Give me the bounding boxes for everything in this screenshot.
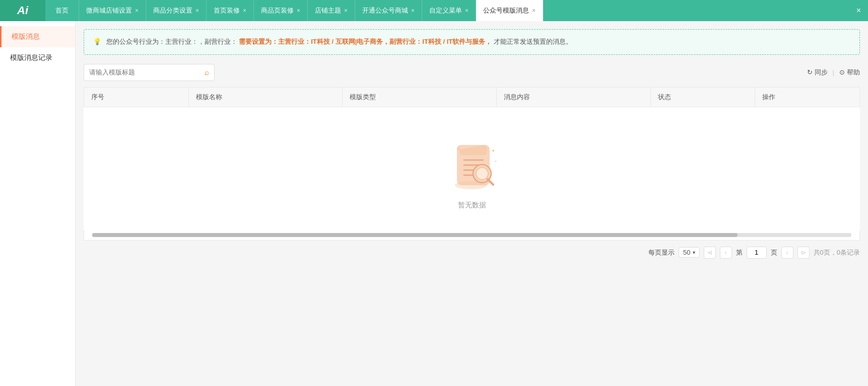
tab-template-msg[interactable]: 公众号模版消息 × bbox=[476, 0, 543, 21]
tab-shop-setting[interactable]: 微商城店铺设置 × bbox=[79, 0, 146, 21]
sync-button[interactable]: ↻ 同步 bbox=[807, 68, 828, 77]
pagination: 每页显示 50 ▾ ⊲ ‹ 第 页 › ⊳ 共0页，0条记录 bbox=[84, 241, 860, 261]
alert-box: 💡 您的公众号行业为：主营行业：，副营行业： 需要设置为：主营行业：IT科技 /… bbox=[84, 29, 860, 55]
help-icon: ⊙ bbox=[839, 68, 845, 76]
sync-label: 同步 bbox=[815, 68, 828, 77]
tab-product-decor[interactable]: 商品页装修 × bbox=[254, 0, 308, 21]
tab-close-product-decor[interactable]: × bbox=[297, 7, 300, 14]
col-header-type: 模版类型 bbox=[343, 87, 497, 107]
sync-icon: ↻ bbox=[807, 68, 813, 76]
empty-illustration: ✦ ✦ bbox=[442, 137, 502, 193]
empty-state: ✦ ✦ 暂无数据 bbox=[84, 107, 860, 230]
col-header-status: 状态 bbox=[650, 87, 755, 107]
first-page-button[interactable]: ⊲ bbox=[704, 247, 716, 259]
content-area: 💡 您的公众号行业为：主营行业：，副营行业： 需要设置为：主营行业：IT科技 /… bbox=[76, 21, 868, 386]
tab-close-homepage-decor[interactable]: × bbox=[243, 7, 246, 14]
close-all-button[interactable]: × bbox=[849, 6, 868, 15]
last-page-button[interactable]: ⊳ bbox=[797, 247, 810, 259]
tab-close-custom-menu[interactable]: × bbox=[465, 7, 469, 14]
sidebar-item-template-records[interactable]: 模版消息记录 bbox=[0, 47, 75, 68]
tab-home[interactable]: 首页 bbox=[45, 0, 79, 21]
top-nav: Ai 首页微商城店铺设置 ×商品分类设置 ×首页装修 ×商品页装修 ×店铺主题 … bbox=[0, 0, 868, 21]
svg-point-6 bbox=[476, 168, 488, 180]
page-size-value: 50 bbox=[683, 249, 690, 256]
tab-store-theme[interactable]: 店铺主题 × bbox=[308, 0, 355, 21]
search-icon[interactable]: ⌕ bbox=[205, 68, 209, 76]
data-table: 序号模版名称模版类型消息内容状态操作 bbox=[84, 87, 860, 230]
page-number-input[interactable] bbox=[747, 247, 767, 259]
search-actions: ↻ 同步 | ⊙ 帮助 bbox=[807, 68, 860, 77]
tab-close-shop-setting[interactable]: × bbox=[135, 7, 139, 14]
page-label-before: 第 bbox=[736, 248, 743, 257]
table-head: 序号模版名称模版类型消息内容状态操作 bbox=[84, 87, 860, 107]
alert-suffix: 才能正常发送预置的消息。 bbox=[494, 38, 572, 45]
alert-icon: 💡 bbox=[93, 38, 101, 45]
col-header-index: 序号 bbox=[84, 87, 189, 107]
svg-text:✦: ✦ bbox=[494, 160, 497, 163]
help-label: 帮助 bbox=[847, 68, 860, 77]
page-label-after: 页 bbox=[771, 248, 777, 257]
svg-text:✦: ✦ bbox=[491, 148, 495, 153]
divider: | bbox=[833, 68, 834, 76]
tab-close-template-msg[interactable]: × bbox=[532, 7, 536, 14]
per-page-label: 每页显示 bbox=[648, 248, 675, 257]
scrollbar-track[interactable] bbox=[92, 233, 851, 237]
table-body: ✦ ✦ 暂无数据 bbox=[84, 107, 860, 230]
tab-category-setting[interactable]: 商品分类设置 × bbox=[146, 0, 207, 21]
total-info: 共0页，0条记录 bbox=[814, 248, 860, 257]
tab-custom-menu[interactable]: 自定义菜单 × bbox=[422, 0, 476, 21]
tab-close-category-setting[interactable]: × bbox=[195, 7, 199, 14]
dropdown-icon: ▾ bbox=[693, 250, 695, 255]
sidebar: 模版消息模版消息记录 bbox=[0, 21, 76, 386]
search-input-wrap[interactable]: ⌕ bbox=[84, 64, 215, 81]
alert-highlight: 需要设置为：主营行业：IT科技 / 互联网|电子商务，副营行业：IT科技 / I… bbox=[239, 38, 492, 45]
search-input[interactable] bbox=[89, 68, 205, 76]
alert-prefix: 您的公众号行业为：主营行业：，副营行业： bbox=[106, 38, 237, 45]
col-header-name: 模版名称 bbox=[188, 87, 343, 107]
tab-close-open-mall[interactable]: × bbox=[411, 7, 415, 14]
logo: Ai bbox=[0, 0, 45, 21]
tab-open-mall[interactable]: 开通公众号商城 × bbox=[355, 0, 422, 21]
main-layout: 模版消息模版消息记录 💡 您的公众号行业为：主营行业：，副营行业： 需要设置为：… bbox=[0, 21, 868, 386]
search-bar: ⌕ ↻ 同步 | ⊙ 帮助 bbox=[84, 64, 860, 81]
page-size-select[interactable]: 50 ▾ bbox=[679, 247, 699, 258]
help-button[interactable]: ⊙ 帮助 bbox=[839, 68, 860, 77]
table-header-row: 序号模版名称模版类型消息内容状态操作 bbox=[84, 87, 860, 107]
scrollbar-row[interactable] bbox=[84, 230, 860, 241]
tab-bar: 首页微商城店铺设置 ×商品分类设置 ×首页装修 ×商品页装修 ×店铺主题 ×开通… bbox=[45, 0, 849, 21]
tab-close-store-theme[interactable]: × bbox=[344, 7, 348, 14]
sidebar-item-template-msg[interactable]: 模版消息 bbox=[0, 26, 75, 47]
empty-text: 暂无数据 bbox=[458, 201, 486, 210]
next-page-button[interactable]: › bbox=[781, 247, 793, 259]
prev-page-button[interactable]: ‹ bbox=[720, 247, 732, 259]
scrollbar-thumb[interactable] bbox=[92, 233, 738, 237]
col-header-content: 消息内容 bbox=[497, 87, 651, 107]
tab-homepage-decor[interactable]: 首页装修 × bbox=[207, 0, 254, 21]
col-header-action: 操作 bbox=[755, 87, 860, 107]
empty-row: ✦ ✦ 暂无数据 bbox=[84, 107, 860, 230]
